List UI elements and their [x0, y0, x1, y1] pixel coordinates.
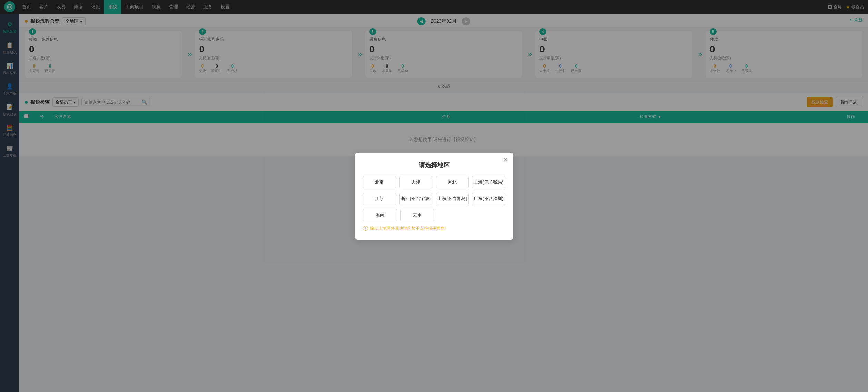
region-yunnan[interactable]: 云南: [400, 209, 434, 221]
region-row-2: 江苏 浙江(不含宁波) 山东(不含青岛) 广东(不含深圳): [363, 193, 505, 205]
region-select-modal: ✕ 请选择地区 北京 天津 河北 上海(电子税局) 江苏 浙江(不含宁波) 山东…: [355, 153, 513, 240]
modal-title: 请选择地区: [363, 161, 505, 169]
region-hainan[interactable]: 海南: [363, 209, 397, 221]
region-hebei[interactable]: 河北: [436, 176, 469, 188]
region-row-1: 北京 天津 河北 上海(电子税局): [363, 176, 505, 188]
region-jiangsu[interactable]: 江苏: [363, 193, 396, 205]
modal-warning-text: 除以上地区外其他地区暂不支持报税检查!: [370, 226, 446, 231]
region-shandong[interactable]: 山东(不含青岛): [436, 193, 469, 205]
region-beijing[interactable]: 北京: [363, 176, 396, 188]
region-guangdong[interactable]: 广东(不含深圳): [472, 193, 505, 205]
region-shanghai[interactable]: 上海(电子税局): [472, 176, 505, 188]
region-tianjin[interactable]: 天津: [399, 176, 432, 188]
modal-overlay[interactable]: ✕ 请选择地区 北京 天津 河北 上海(电子税局) 江苏 浙江(不含宁波) 山东…: [0, 0, 868, 392]
modal-close-button[interactable]: ✕: [503, 157, 508, 163]
warning-icon: !: [363, 226, 368, 231]
region-row-3: 海南 云南: [363, 209, 505, 221]
region-zhejiang[interactable]: 浙江(不含宁波): [399, 193, 432, 205]
modal-warning: ! 除以上地区外其他地区暂不支持报税检查!: [363, 226, 505, 231]
